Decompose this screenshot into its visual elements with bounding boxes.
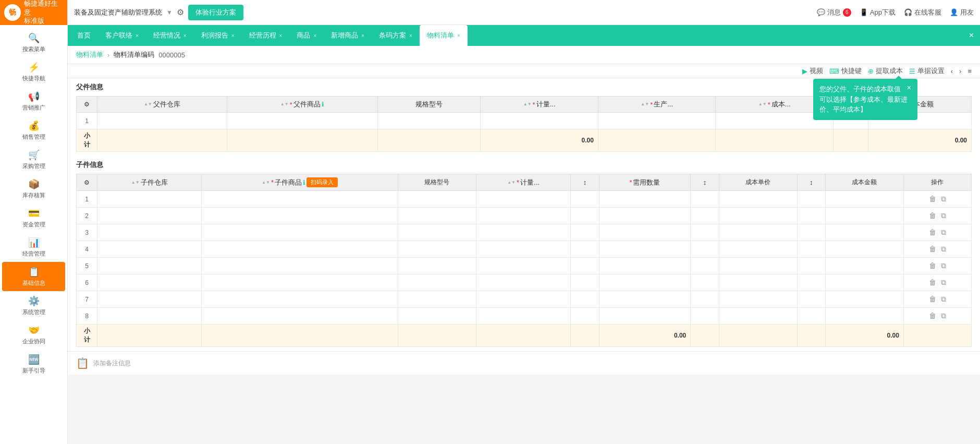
- trial-btn[interactable]: 体验行业方案: [188, 5, 243, 20]
- sidebar-item-sales[interactable]: 💰 销售管理: [0, 116, 67, 145]
- child-row4-warehouse[interactable]: [97, 241, 202, 258]
- child-row3-copy[interactable]: ⧉: [941, 228, 946, 236]
- child-row7-unit[interactable]: [476, 291, 571, 308]
- sidebar-item-purchase[interactable]: 🛒 采购管理: [0, 145, 67, 174]
- child-row6-sort[interactable]: [571, 274, 599, 291]
- tab-history[interactable]: 经营历程 ×: [242, 25, 290, 46]
- parent-row-warehouse[interactable]: [97, 113, 227, 129]
- child-row3-sort[interactable]: [571, 224, 599, 241]
- sidebar-item-finance[interactable]: 💳 资金管理: [0, 203, 67, 233]
- tab-bom[interactable]: 物料清单 ×: [420, 25, 468, 46]
- child-row8-unit[interactable]: [476, 308, 571, 325]
- parent-cost-sort[interactable]: ▲▼: [758, 102, 767, 106]
- parent-row-spec[interactable]: [377, 113, 481, 129]
- tab-newgoods[interactable]: 新增商品 ×: [324, 25, 372, 46]
- toolbar-nav-next[interactable]: ›: [959, 67, 961, 75]
- toolbar-extract-cost[interactable]: ⊕ 提取成本: [868, 66, 903, 76]
- user-btn[interactable]: 👤 用友: [950, 8, 974, 17]
- child-row8-sort[interactable]: [571, 308, 599, 325]
- tooltip-close-btn[interactable]: ×: [907, 84, 911, 91]
- child-row7-delete[interactable]: 🗑: [929, 295, 936, 303]
- tab-newgoods-close[interactable]: ×: [361, 33, 364, 39]
- parent-row-goods[interactable]: [227, 113, 377, 129]
- messages-btn[interactable]: 💬 消息 6: [817, 8, 851, 17]
- child-row5-unit-cost[interactable]: [719, 258, 797, 274]
- toolbar-view[interactable]: ▶ 视频: [802, 66, 823, 76]
- sidebar-item-operations[interactable]: 📊 经营管理: [0, 233, 67, 262]
- parent-warehouse-sort[interactable]: ▲▼: [144, 102, 152, 106]
- sidebar-item-quicknav[interactable]: ⚡ 快捷导航: [0, 57, 67, 87]
- child-row4-unit[interactable]: [476, 241, 571, 258]
- parent-row-unit[interactable]: [481, 113, 598, 129]
- parent-production-sort[interactable]: ▲▼: [641, 102, 649, 106]
- child-row1-qty[interactable]: [599, 191, 691, 208]
- note-text[interactable]: 添加备注信息: [93, 359, 131, 368]
- tab-history-close[interactable]: ×: [279, 33, 283, 39]
- parent-unit-sort[interactable]: ▲▼: [523, 102, 532, 106]
- sidebar-item-marketing[interactable]: 📢 营销推广: [0, 87, 67, 116]
- child-row6-warehouse[interactable]: [97, 274, 202, 291]
- child-row4-delete[interactable]: 🗑: [929, 245, 936, 253]
- child-row2-unit[interactable]: [476, 208, 571, 224]
- child-row7-copy[interactable]: ⧉: [941, 295, 946, 303]
- tab-profit[interactable]: 利润报告 ×: [194, 25, 242, 46]
- child-row5-goods[interactable]: [202, 258, 398, 274]
- scan-input-btn[interactable]: 扫码录入: [307, 177, 338, 187]
- child-sort-icon[interactable]: ↕: [583, 178, 587, 186]
- toolbar-nav-prev[interactable]: ‹: [951, 67, 953, 75]
- child-col-settings[interactable]: ⚙: [77, 174, 97, 191]
- sidebar-item-enterprise[interactable]: 🤝 企业协同: [0, 320, 67, 350]
- parent-col-settings[interactable]: ⚙: [77, 97, 97, 113]
- child-row8-copy[interactable]: ⧉: [941, 311, 946, 320]
- tab-operations-close[interactable]: ×: [183, 33, 187, 39]
- tab-barcode[interactable]: 条码方案 ×: [372, 25, 420, 46]
- tab-customer-close[interactable]: ×: [136, 33, 139, 39]
- child-row6-unit-cost[interactable]: [719, 274, 797, 291]
- child-row8-delete[interactable]: 🗑: [929, 311, 936, 320]
- child-row4-unit-cost[interactable]: [719, 241, 797, 258]
- child-sort3-icon[interactable]: ↕: [810, 178, 813, 186]
- sidebar-item-search[interactable]: 🔍 搜索菜单: [0, 28, 67, 57]
- child-row8-unit-cost[interactable]: [719, 308, 797, 325]
- tab-goods[interactable]: 商品 ×: [289, 25, 324, 46]
- child-row4-copy[interactable]: ⧉: [941, 245, 946, 253]
- sidebar-item-inventory[interactable]: 📦 库存核算: [0, 174, 67, 203]
- child-row2-sort[interactable]: [571, 208, 599, 224]
- child-row2-unit-cost[interactable]: [719, 208, 797, 224]
- child-row2-qty[interactable]: [599, 208, 691, 224]
- child-row5-sort[interactable]: [571, 258, 599, 274]
- parent-row-production[interactable]: [598, 113, 716, 129]
- child-row8-goods[interactable]: [202, 308, 398, 325]
- topbar-settings-icon[interactable]: ⚙: [177, 7, 184, 17]
- child-row7-spec[interactable]: [398, 291, 476, 308]
- tab-barcode-close[interactable]: ×: [409, 33, 412, 39]
- child-sort2-icon[interactable]: ↕: [703, 178, 707, 186]
- child-row3-unit-cost[interactable]: [719, 224, 797, 241]
- child-row2-warehouse[interactable]: [97, 208, 202, 224]
- child-row7-sort[interactable]: [571, 291, 599, 308]
- child-row1-sort[interactable]: [571, 191, 599, 208]
- child-row4-sort[interactable]: [571, 241, 599, 258]
- child-row8-qty[interactable]: [599, 308, 691, 325]
- child-row1-unit-cost[interactable]: [719, 191, 797, 208]
- child-row7-warehouse[interactable]: [97, 291, 202, 308]
- child-row3-goods[interactable]: [202, 224, 398, 241]
- sidebar-item-basic[interactable]: 📋 基础信息: [2, 262, 65, 291]
- tab-operations[interactable]: 经营情况 ×: [146, 25, 194, 46]
- child-row5-copy[interactable]: ⧉: [941, 261, 946, 270]
- child-row6-goods[interactable]: [202, 274, 398, 291]
- child-row1-copy[interactable]: ⧉: [941, 195, 946, 203]
- toolbar-shortcut[interactable]: ⌨ 快捷键: [829, 66, 862, 76]
- child-row2-goods[interactable]: [202, 208, 398, 224]
- child-row8-spec[interactable]: [398, 308, 476, 325]
- tab-customer[interactable]: 客户联络 ×: [98, 25, 146, 46]
- child-row7-unit-cost[interactable]: [719, 291, 797, 308]
- app-download-btn[interactable]: 📱 App下载: [860, 8, 896, 17]
- child-row7-goods[interactable]: [202, 291, 398, 308]
- child-row4-qty[interactable]: [599, 241, 691, 258]
- child-row4-spec[interactable]: [398, 241, 476, 258]
- toolbar-single-settings[interactable]: ☰ 单据设置: [909, 66, 945, 76]
- child-warehouse-sort[interactable]: ▲▼: [131, 181, 140, 184]
- child-row3-unit[interactable]: [476, 224, 571, 241]
- child-row1-spec[interactable]: [398, 191, 476, 208]
